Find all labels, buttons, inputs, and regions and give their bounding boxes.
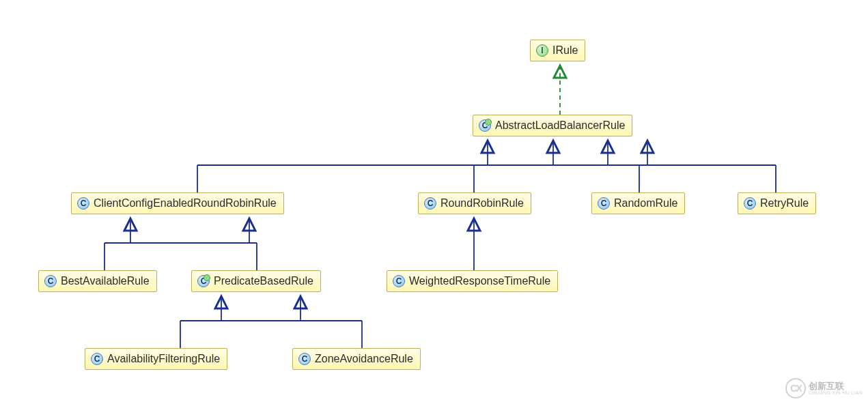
node-availabilityfilteringrule: C AvailabilityFilteringRule [85, 348, 227, 370]
node-abstractloadbalancerrule: C AbstractLoadBalancerRule [473, 115, 632, 136]
node-weightedresponsetimerule: C WeightedResponseTimeRule [387, 270, 558, 292]
class-icon: C [44, 275, 57, 287]
diagram-canvas: I IRule C AbstractLoadBalancerRule C Cli… [0, 0, 868, 404]
node-roundrobinrule: C RoundRobinRule [418, 192, 531, 214]
abstract-class-icon: C [197, 275, 210, 287]
node-retryrule: C RetryRule [738, 192, 816, 214]
node-label: AbstractLoadBalancerRule [495, 119, 625, 132]
node-zoneavoidancerule: C ZoneAvoidanceRule [292, 348, 421, 370]
abstract-class-icon: C [479, 119, 491, 132]
node-label: RetryRule [760, 197, 809, 210]
node-label: RoundRobinRule [440, 197, 524, 210]
watermark-text-cn: 创新互联 [809, 381, 863, 390]
class-icon: C [744, 197, 756, 210]
class-icon: C [77, 197, 89, 210]
watermark-logo-icon: CX [785, 378, 806, 399]
class-icon: C [393, 275, 405, 287]
node-label: AvailabilityFilteringRule [107, 353, 220, 365]
node-label: ClientConfigEnabledRoundRobinRule [94, 197, 277, 210]
node-label: IRule [552, 44, 578, 57]
class-icon: C [598, 197, 610, 210]
node-predicatebasedrule: C PredicateBasedRule [191, 270, 321, 292]
node-label: PredicateBasedRule [214, 275, 313, 287]
node-label: ZoneAvoidanceRule [315, 353, 413, 365]
node-label: BestAvailableRule [61, 275, 150, 287]
node-irule: I IRule [530, 40, 585, 61]
watermark: CX 创新互联 CHUANG XIN HU LIAN [785, 378, 863, 399]
node-bestavailablerule: C BestAvailableRule [38, 270, 157, 292]
interface-icon: I [536, 44, 548, 57]
node-randomrule: C RandomRule [591, 192, 685, 214]
node-label: WeightedResponseTimeRule [409, 275, 550, 287]
watermark-text-pinyin: CHUANG XIN HU LIAN [809, 390, 863, 395]
class-icon: C [91, 353, 103, 365]
class-icon: C [298, 353, 311, 365]
class-icon: C [424, 197, 436, 210]
node-clientconfigenabledroundrobinrule: C ClientConfigEnabledRoundRobinRule [71, 192, 284, 214]
node-label: RandomRule [614, 197, 677, 210]
